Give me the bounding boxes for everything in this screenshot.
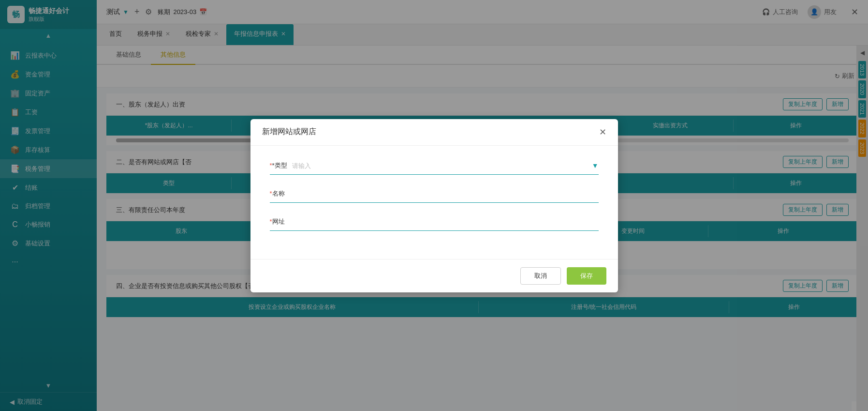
url-label: *网址 — [270, 217, 285, 226]
form-row-name: *名称 — [270, 188, 599, 203]
modal-close-button[interactable]: ✕ — [599, 127, 606, 137]
form-group-url: *网址 — [270, 216, 599, 231]
modal-add-website: 新增网站或网店 ✕ **类型 ▼ *名称 — [250, 119, 618, 292]
modal-title: 新增网站或网店 — [262, 127, 316, 137]
name-input[interactable] — [290, 188, 599, 199]
name-label: *名称 — [270, 189, 285, 198]
type-label: **类型 — [270, 161, 287, 170]
form-row-url: *网址 — [270, 216, 599, 231]
modal-footer: 取消 保存 — [250, 259, 618, 292]
cancel-button[interactable]: 取消 — [520, 267, 561, 285]
form-group-name: *名称 — [270, 188, 599, 203]
url-input[interactable] — [290, 216, 599, 228]
modal-body: **类型 ▼ *名称 *网址 — [250, 146, 618, 259]
type-input[interactable] — [292, 160, 592, 171]
save-button[interactable]: 保存 — [567, 267, 606, 285]
modal-header: 新增网站或网店 ✕ — [250, 119, 618, 146]
form-row-type: **类型 ▼ — [270, 160, 599, 175]
type-dropdown-icon[interactable]: ▼ — [592, 162, 599, 169]
form-group-type: **类型 ▼ — [270, 160, 599, 175]
